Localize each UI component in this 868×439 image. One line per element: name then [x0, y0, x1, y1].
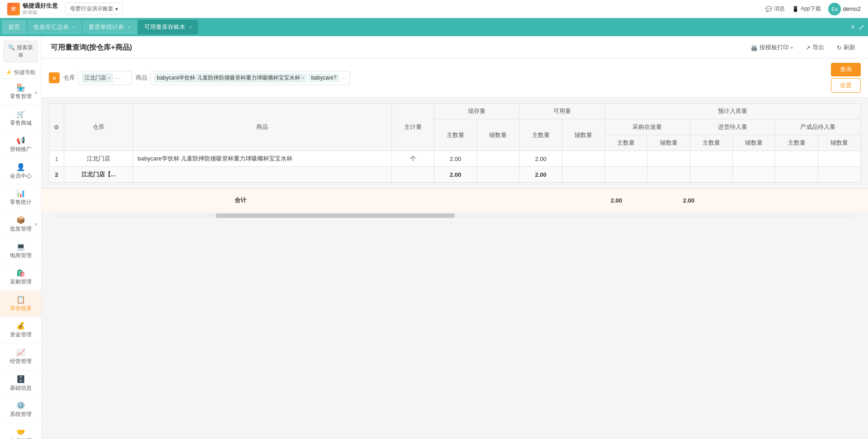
horizontal-scrollbar[interactable] — [56, 213, 854, 218]
col-avail-aux-header: 辅数量 — [562, 119, 604, 151]
app-logo-icon: 好 — [7, 3, 20, 15]
base-info-icon: 🗄️ — [16, 375, 25, 383]
sidebar-item-label: 零售管理 — [10, 93, 32, 100]
sidebar-item-base-info[interactable]: 🗄️ 基础信息 — [0, 370, 41, 397]
total-avail-main: 2.00 — [670, 193, 707, 208]
sidebar-item-label-sys: 系统管理 — [10, 411, 32, 418]
wholesale-icon: 📦 — [16, 216, 25, 224]
print-label: 按模板打印 — [760, 43, 789, 52]
row-2-inbound-main — [690, 167, 732, 183]
quick-nav-button[interactable]: ⚡ 快捷导航 — [0, 65, 41, 79]
sidebar-item-enterprise-collab[interactable]: 🤝 企业协同 — [0, 423, 41, 439]
message-button[interactable]: 💬 消息 — [765, 5, 785, 13]
col-current-stock-header: 现存量 — [434, 104, 519, 119]
sidebar-item-retail-mgmt[interactable]: 🏪 零售管理 ▲ — [0, 79, 41, 105]
filter-actions: 查询 设置 — [831, 63, 861, 93]
product-tag-2: babycare? — [308, 74, 339, 82]
sidebar-item-ecom[interactable]: 💻 电商管理 — [0, 238, 41, 264]
total-label: 合计 — [63, 193, 417, 208]
settings-button[interactable]: 设置 — [831, 78, 861, 93]
sidebar-item-retail-mall[interactable]: 🛒 零售商城 — [0, 105, 41, 132]
tab-order-stats-close[interactable]: × — [127, 24, 130, 30]
top-bar-left: 好 畅捷通好生意 标准版 母婴行业演示账套 ▾ — [7, 2, 123, 15]
sidebar-item-label-stats: 零售统计 — [10, 199, 32, 206]
print-template-button[interactable]: 🖨️ 按模板打印 ▾ — [747, 42, 797, 53]
product-tag-1: babycare学饮杯 儿童防摔防撞吸管杯重力球吸嘴杯宝宝水杯 × — [154, 73, 307, 83]
sidebar-item-marketing[interactable]: 📢 营销推广 — [0, 132, 41, 158]
row-2-current-aux — [477, 167, 519, 183]
tab-available-stock-close[interactable]: × — [189, 24, 192, 30]
warehouse-filter: 仓库 江北门店 × ··· — [63, 71, 132, 85]
tab-home[interactable]: 首页 — [2, 20, 26, 34]
refresh-icon: ↻ — [837, 44, 842, 51]
row-1-prod-aux — [818, 151, 860, 167]
row-2-warehouse: 江北门店【... — [64, 167, 133, 183]
table-footer: 合计 2.00 2.00 — [42, 188, 868, 212]
export-button[interactable]: ↗ 导出 — [802, 42, 828, 53]
row-1-purchase-main — [605, 151, 647, 167]
row-1-seq: 1 — [49, 151, 64, 167]
row-1-inbound-main — [690, 151, 732, 167]
tab-receipts-label: 收发存汇总表 — [33, 23, 69, 31]
scroll-thumb[interactable] — [216, 213, 455, 218]
warehouse-more-icon[interactable]: ··· — [115, 74, 120, 81]
table-body: 1 江北门店 babycare学饮杯 儿童防摔防撞吸管杯重力球吸嘴杯宝宝水杯 个… — [49, 151, 861, 183]
user-name: demo2 — [843, 5, 861, 12]
user-menu[interactable]: Ea demo2 — [828, 3, 861, 15]
sidebar-item-finance[interactable]: 💰 资金管理 — [0, 317, 41, 344]
sidebar-search-area: 🔍 搜索菜单 — [0, 36, 41, 65]
message-label: 消息 — [774, 5, 785, 13]
sidebar-item-label-wholesale: 批发管理 — [10, 226, 32, 233]
sidebar-item-label-member: 会员中心 — [10, 173, 32, 180]
warehouse-tag-container[interactable]: 江北门店 × ··· — [78, 71, 132, 85]
sidebar-item-sys[interactable]: ⚙️ 系统管理 — [0, 397, 41, 423]
retail-mgmt-icon: 🏪 — [16, 83, 25, 92]
row-2-purchase-main — [605, 167, 647, 183]
industry-label: 母婴行业演示账套 — [70, 5, 113, 13]
sidebar-item-purchase[interactable]: 🛍️ 采购管理 — [0, 264, 41, 291]
col-settings-header[interactable]: ⚙ — [49, 104, 64, 151]
product-more-icon[interactable]: ··· — [340, 74, 346, 81]
close-all-tabs-button[interactable]: × — [851, 23, 855, 31]
col-purchase-transit-header: 采购在途量 — [605, 119, 690, 135]
col-production-pending-header: 产成品待入量 — [775, 119, 861, 135]
sys-icon: ⚙️ — [16, 401, 25, 410]
logo-main: 畅捷通好生意 — [23, 2, 58, 9]
row-1-current-main: 2.00 — [434, 151, 476, 167]
industry-selector[interactable]: 母婴行业演示账套 ▾ — [65, 3, 123, 15]
tab-receipts-close[interactable]: × — [72, 24, 75, 30]
product-tag-2-text: babycare? — [311, 75, 336, 81]
sidebar-item-label-mall: 零售商城 — [10, 120, 32, 127]
sidebar-item-member[interactable]: 👤 会员中心 — [0, 158, 41, 185]
chevron-print-icon: ▾ — [791, 45, 793, 50]
search-menu-button[interactable]: 🔍 搜索菜单 — [4, 41, 38, 62]
refresh-label: 刷新 — [844, 43, 855, 52]
tab-available-stock[interactable]: 可用量库存账本 × — [138, 20, 198, 34]
refresh-button[interactable]: ↻ 刷新 — [833, 42, 859, 53]
sidebar-item-retail-stats[interactable]: 📊 零售统计 — [0, 184, 41, 211]
sidebar-item-wholesale[interactable]: 📦 批发管理 ▼ — [0, 211, 41, 238]
warehouse-tag-close[interactable]: × — [108, 75, 110, 80]
tab-receipts[interactable]: 收发存汇总表 × — [27, 20, 81, 34]
col-prod-aux-header: 辅数量 — [818, 135, 860, 151]
sidebar-item-ops[interactable]: 📈 经营管理 — [0, 344, 41, 370]
page-title: 可用量查询(按仓库+商品) — [51, 43, 132, 52]
row-2-avail-main: 2.00 — [519, 167, 562, 183]
content-area: 可用量查询(按仓库+商品) 🖨️ 按模板打印 ▾ ↗ 导出 ↻ 刷新 » — [42, 36, 868, 439]
purchase-icon: 🛍️ — [16, 269, 25, 277]
col-current-aux-header: 辅数量 — [477, 119, 519, 151]
filter-expand-button[interactable]: » — [49, 72, 60, 83]
sidebar-item-inventory[interactable]: 📋 库存核算 — [0, 291, 41, 317]
product-tag-container[interactable]: babycare学饮杯 儿童防摔防撞吸管杯重力球吸嘴杯宝宝水杯 × babyca… — [150, 71, 350, 85]
col-settings-icon[interactable]: ⚙ — [54, 124, 59, 131]
app-download-button[interactable]: 📱 App下载 — [792, 5, 821, 13]
tab-order-stats[interactable]: 要货单统计表 × — [82, 20, 137, 34]
page-actions: 🖨️ 按模板打印 ▾ ↗ 导出 ↻ 刷新 — [747, 42, 859, 53]
expand-button[interactable]: ⤢ — [859, 23, 864, 32]
total-current-main: 2.00 — [598, 193, 634, 208]
row-2-purchase-aux — [647, 167, 690, 183]
row-2-current-main: 2.00 — [434, 167, 476, 183]
table-container: ⚙ 仓库 商品 主计量 现存量 — [42, 98, 868, 188]
product-tag-1-close[interactable]: × — [302, 75, 304, 80]
query-button[interactable]: 查询 — [831, 63, 861, 76]
